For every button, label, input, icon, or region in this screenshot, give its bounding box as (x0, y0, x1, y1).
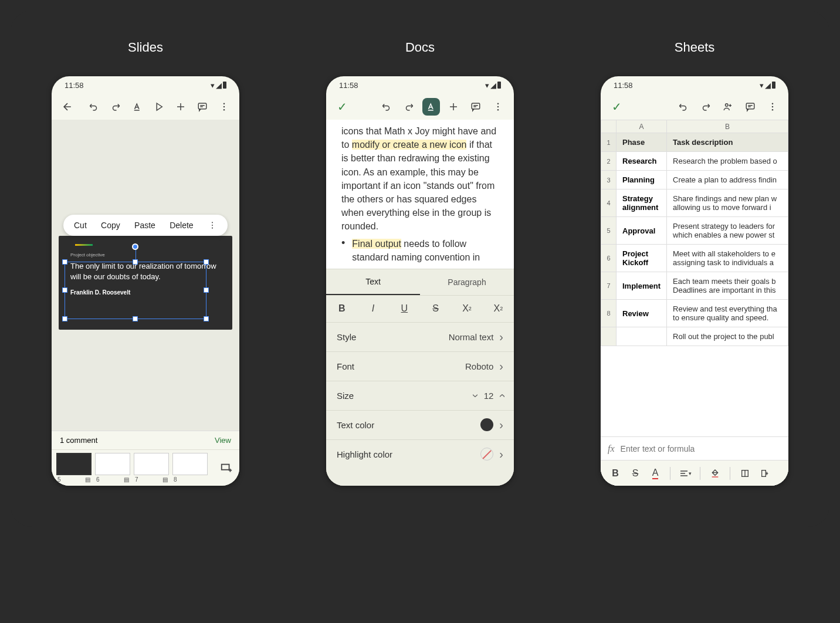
font-row[interactable]: Font Roboto› (326, 351, 514, 381)
cell-phase[interactable]: Strategy alignment (617, 189, 667, 217)
redo-icon[interactable] (697, 98, 714, 116)
redo-icon[interactable] (400, 98, 418, 116)
strike-button[interactable]: S (626, 465, 644, 482)
hdr-phase[interactable]: Phase (617, 133, 667, 152)
slides-canvas[interactable]: Cut Copy Paste Delete Project objective … (52, 120, 239, 431)
done-icon[interactable]: ✓ (608, 98, 625, 116)
row-num[interactable]: 4 (601, 189, 617, 217)
more-icon[interactable] (489, 98, 507, 116)
superscript-button[interactable]: X2 (451, 296, 482, 322)
text-color-row[interactable]: Text color › (326, 410, 514, 439)
cut-button[interactable]: Cut (74, 221, 87, 230)
plus-icon[interactable] (445, 98, 462, 116)
cell-phase[interactable]: Research (617, 152, 667, 171)
row-num[interactable]: 7 (601, 272, 617, 300)
row-num[interactable]: 5 (601, 217, 617, 245)
row-num[interactable]: 6 (601, 245, 617, 272)
size-increase-icon[interactable]: › (494, 394, 508, 398)
copy-button[interactable]: Copy (101, 221, 120, 230)
comment-icon[interactable] (194, 98, 211, 116)
row-num[interactable]: 3 (601, 171, 617, 189)
thumb-8[interactable]: 8 (172, 453, 208, 483)
thumb-5[interactable]: 5▤ (56, 453, 92, 483)
share-icon[interactable] (719, 98, 737, 116)
delete-button[interactable]: Delete (170, 221, 193, 230)
view-link[interactable]: View (215, 436, 231, 445)
text-format-icon[interactable] (128, 98, 145, 116)
highlight-color-row[interactable]: Highlight color › (326, 439, 514, 469)
paste-button[interactable]: Paste (134, 221, 155, 230)
cell-desc[interactable]: Each team meets their goals b Deadlines … (667, 272, 788, 300)
comment-icon[interactable] (467, 98, 485, 116)
row-num[interactable]: 2 (601, 152, 617, 171)
bold-button[interactable]: B (326, 296, 357, 322)
handle-mr[interactable] (204, 287, 209, 293)
handle-tr[interactable] (204, 259, 209, 265)
svg-rect-10 (472, 103, 480, 109)
row-num[interactable] (601, 327, 617, 346)
cell-desc[interactable]: Present strategy to leaders for which en… (667, 217, 788, 245)
thumb-6[interactable]: 6▤ (95, 453, 130, 483)
corner-cell[interactable] (601, 120, 617, 133)
cell-desc[interactable]: Review and test everything tha to ensure… (667, 300, 788, 327)
handle-tl[interactable] (62, 259, 67, 265)
bold-button[interactable]: B (607, 465, 624, 482)
undo-icon[interactable] (85, 98, 102, 116)
cell-phase[interactable]: Project Kickoff (617, 245, 667, 272)
sheet-grid[interactable]: A B 1 Phase Task description 2ResearchRe… (601, 120, 788, 436)
handle-bl[interactable] (62, 316, 67, 321)
more-icon[interactable] (764, 98, 781, 116)
size-decrease-icon[interactable]: › (469, 394, 483, 398)
row-1[interactable]: 1 (601, 133, 617, 152)
text-color-button[interactable]: A (646, 465, 664, 482)
context-more-icon[interactable] (208, 221, 217, 230)
col-a[interactable]: A (617, 120, 667, 133)
thumb-7[interactable]: 7▤ (134, 453, 169, 483)
cell-phase[interactable]: Review (617, 300, 667, 327)
style-row[interactable]: Style Normal text› (326, 322, 514, 351)
done-icon[interactable]: ✓ (333, 98, 351, 116)
cell-desc[interactable]: Meet with all stakeholders to e assignin… (667, 245, 788, 272)
col-b[interactable]: B (667, 120, 788, 133)
strike-button[interactable]: S (420, 296, 451, 322)
doc-text[interactable]: icons that Math x Joy might have and to … (326, 120, 514, 269)
fill-color-button[interactable] (706, 465, 724, 482)
comment-icon[interactable] (741, 98, 759, 116)
handle-bm[interactable] (133, 316, 138, 321)
selection-box[interactable] (65, 262, 206, 319)
undo-icon[interactable] (378, 98, 395, 116)
play-icon[interactable] (150, 98, 167, 116)
tab-paragraph[interactable]: Paragraph (420, 269, 514, 295)
tab-text[interactable]: Text (326, 269, 420, 295)
italic-button[interactable]: I (357, 296, 388, 322)
cell-phase[interactable] (617, 327, 667, 346)
cell-options-button[interactable] (736, 465, 754, 482)
back-icon[interactable] (59, 98, 76, 116)
more-icon[interactable] (215, 98, 232, 116)
handle-br[interactable] (204, 316, 209, 321)
align-button[interactable]: ▾ (676, 465, 694, 482)
plus-icon[interactable] (172, 98, 189, 116)
handle-tm[interactable] (133, 259, 138, 265)
add-slide-button[interactable] (218, 460, 235, 476)
handle-ml[interactable] (62, 287, 67, 293)
cell-desc[interactable]: Share findings and new plan w allowing u… (667, 189, 788, 217)
redo-icon[interactable] (107, 98, 124, 116)
cell-phase[interactable]: Planning (617, 171, 667, 189)
cell-phase[interactable]: Approval (617, 217, 667, 245)
insert-button[interactable] (756, 465, 774, 482)
cell-desc[interactable]: Roll out the project to the publ (667, 327, 788, 346)
svg-point-3 (223, 106, 225, 108)
cell-desc[interactable]: Research the problem based o (667, 152, 788, 171)
subscript-button[interactable]: X2 (483, 296, 514, 322)
formula-input[interactable] (621, 444, 781, 453)
cell-phase[interactable]: Implement (617, 272, 667, 300)
undo-icon[interactable] (675, 98, 692, 116)
rotate-handle[interactable] (132, 243, 138, 250)
text-format-icon[interactable] (422, 98, 440, 116)
row-num[interactable]: 8 (601, 300, 617, 327)
underline-button[interactable]: U (389, 296, 420, 322)
chevron-right-icon: › (499, 330, 503, 344)
hdr-desc[interactable]: Task description (667, 133, 788, 152)
cell-desc[interactable]: Create a plan to address findin (667, 171, 788, 189)
